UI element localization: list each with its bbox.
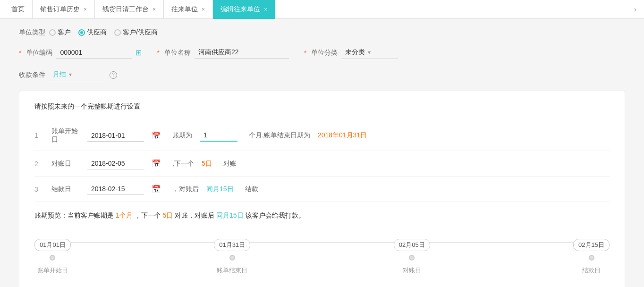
tab-cashflow-close[interactable]: × (153, 7, 156, 12)
tab-sales-history-close[interactable]: × (84, 7, 87, 12)
row-desc-2a: ,下一个 (172, 160, 194, 168)
tab-partner[interactable]: 往来单位 × (164, 0, 213, 19)
tab-sales-history[interactable]: 销售订单历史 × (33, 0, 95, 19)
payment-terms-arrow: ▾ (69, 71, 72, 78)
timeline-badge-3: 02月15日 (573, 239, 610, 251)
timeline-nodes: 01月01日 账单开始日 01月31日 账单结束日 02月05日 对账日 02月… (34, 239, 610, 275)
row-num-1: 1 (34, 132, 44, 139)
row-date-2[interactable] (87, 158, 144, 169)
preview-label: 账期预览：当前客户账期是 (34, 211, 114, 219)
preview-part2: 5日 (162, 211, 173, 219)
timeline-label-0: 账单开始日 (37, 266, 68, 275)
unit-code-star: * (19, 49, 21, 57)
setting-row-3: 3 结款日 📅 ，对账后 同月15日 结款 (34, 177, 610, 202)
tab-home-label: 首页 (11, 5, 25, 14)
unit-type-row: 单位类型 客户 供应商 客户/供应商 (19, 28, 625, 37)
tab-nav-right[interactable]: › (630, 5, 640, 14)
radio-both-circle (114, 29, 121, 36)
preview-text: 账期预览：当前客户账期是 1个月 ，下一个 5日 对账，对账后 同月15日 该客… (34, 211, 610, 220)
unit-category-value: 未分类 (345, 48, 365, 57)
tab-partner-close[interactable]: × (202, 7, 205, 12)
preview-end: 该客户会给我打款。 (246, 211, 305, 219)
tab-edit-partner-close[interactable]: × (264, 7, 267, 12)
row-cal-1[interactable]: 📅 (152, 131, 161, 140)
row-highlight-3: 同月15日 (206, 185, 234, 194)
radio-supplier[interactable]: 供应商 (78, 28, 107, 37)
unit-code-field: * 单位编码 ⊞ (19, 47, 142, 59)
row-desc-3a: ，对账后 (172, 185, 199, 194)
radio-customer-label: 客户 (58, 28, 71, 37)
timeline-node-3: 02月15日 结款日 (573, 239, 610, 275)
tab-sales-history-label: 销售订单历史 (40, 5, 80, 14)
radio-customer[interactable]: 客户 (49, 28, 71, 37)
row-type-1: 账单开始日 (51, 127, 80, 144)
tabs-bar: 首页 销售订单历史 × 钱货日清工作台 × 往来单位 × 编辑往来单位 × › (0, 0, 644, 19)
radio-supplier-circle (78, 29, 85, 36)
tab-cashflow[interactable]: 钱货日清工作台 × (95, 0, 164, 19)
row-cal-3[interactable]: 📅 (152, 185, 161, 194)
row-num-2: 2 (34, 160, 44, 168)
timeline-node-2: 02月05日 对账日 (394, 239, 430, 275)
row-desc-1b: 个月,账单结束日期为 (249, 131, 310, 140)
timeline-dot-0 (50, 255, 55, 261)
unit-category-star: * (304, 49, 306, 57)
tab-cashflow-label: 钱货日清工作台 (102, 5, 149, 14)
setting-row-2: 2 对账日 📅 ,下一个 5日 对账 (34, 151, 610, 177)
unit-code-icon[interactable]: ⊞ (136, 48, 142, 57)
timeline-badge-0: 01月01日 (34, 239, 71, 251)
row-date-3[interactable] (87, 183, 144, 195)
timeline-label-3: 结款日 (582, 266, 601, 275)
timeline-node-0: 01月01日 账单开始日 (34, 239, 71, 275)
settings-card: 请按照未来的一个完整帐期进行设置 1 账单开始日 📅 账期为 个月,账单结束日期… (19, 91, 625, 287)
timeline-label-2: 对账日 (403, 266, 421, 275)
payment-terms-select[interactable]: 月结 ▾ (49, 68, 106, 81)
period-input[interactable] (200, 129, 237, 142)
timeline-label-1: 账单结束日 (217, 266, 247, 275)
row-cal-2[interactable]: 📅 (152, 159, 161, 168)
row-type-3: 结款日 (51, 185, 80, 194)
preview-part3: 同月15日 (216, 211, 244, 219)
card-title: 请按照未来的一个完整帐期进行设置 (34, 102, 610, 111)
unit-code-label: 单位编码 (26, 49, 52, 57)
row-num-3: 3 (34, 186, 44, 193)
radio-both[interactable]: 客户/供应商 (114, 28, 158, 37)
preview-part1: 1个月 (116, 211, 133, 219)
radio-supplier-label: 供应商 (87, 28, 107, 37)
tab-partner-label: 往来单位 (171, 5, 198, 14)
unit-name-field: * 单位名称 (157, 47, 288, 59)
preview-sep2: 对账，对账后 (175, 211, 214, 219)
unit-type-field: 单位类型 客户 供应商 客户/供应商 (19, 28, 158, 37)
row-desc-3b: 结款 (245, 185, 258, 194)
unit-category-label: 单位分类 (311, 49, 338, 57)
setting-row-1: 1 账单开始日 📅 账期为 个月,账单结束日期为 2018年01月31日 (34, 120, 610, 151)
unit-category-select[interactable]: 未分类 ▾ (341, 46, 398, 59)
payment-terms-label: 收款条件 (19, 71, 45, 79)
timeline-dot-1 (229, 255, 235, 261)
main-content: 单位类型 客户 供应商 客户/供应商 * 单位编码 (0, 19, 644, 287)
timeline-dot-3 (589, 255, 594, 261)
unit-name-star: * (157, 49, 159, 57)
tab-edit-partner-label: 编辑往来单位 (220, 5, 260, 14)
payment-terms-help[interactable]: ? (110, 71, 117, 79)
row-highlight-1: 2018年01月31日 (318, 131, 367, 140)
tab-edit-partner[interactable]: 编辑往来单位 × (213, 0, 275, 19)
timeline: 01月01日 账单开始日 01月31日 账单结束日 02月05日 对账日 02月… (34, 231, 610, 282)
timeline-node-1: 01月31日 账单结束日 (214, 239, 250, 275)
timeline-badge-1: 01月31日 (214, 239, 250, 251)
row-date-1[interactable] (87, 130, 144, 142)
payment-terms-value: 月结 (53, 70, 66, 79)
row-desc-2b: 对账 (223, 160, 237, 168)
preview-sep1: ，下一个 (135, 211, 161, 219)
unit-type-radio-group: 客户 供应商 客户/供应商 (49, 28, 158, 37)
payment-terms-field: 收款条件 月结 ▾ ? (19, 68, 117, 81)
unit-category-field: * 单位分类 未分类 ▾ (304, 46, 398, 59)
radio-both-label: 客户/供应商 (123, 28, 158, 37)
tab-home[interactable]: 首页 (4, 0, 33, 19)
unit-name-input[interactable] (195, 47, 289, 59)
timeline-badge-2: 02月05日 (394, 239, 430, 251)
row-highlight-2: 5日 (202, 160, 212, 168)
payment-terms-row: 收款条件 月结 ▾ ? (19, 68, 625, 81)
row-type-2: 对账日 (51, 160, 80, 168)
unit-name-label: 单位名称 (164, 49, 191, 57)
unit-code-input[interactable] (56, 47, 132, 59)
